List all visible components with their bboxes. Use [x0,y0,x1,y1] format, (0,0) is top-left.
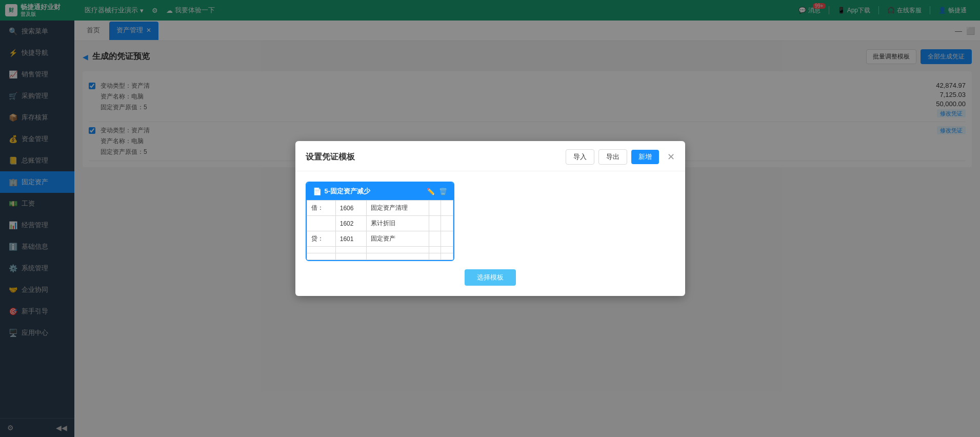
entry-credit-0 [441,201,453,216]
entry-credit-1 [441,216,453,231]
entry-name-2: 固定资产 [366,231,429,247]
entry-credit-2 [441,231,453,247]
entry-code-0: 1606 [335,201,366,216]
dialog-body: 📄 5-固定资产减少 ✏️ 🗑️ 借： 1606 固定资产清理 1602 [295,171,685,296]
entry-name-1: 累计折旧 [366,216,429,231]
new-template-btn[interactable]: 新增 [631,150,659,164]
entry-debit-1 [429,216,441,231]
template-row: 借： 1606 固定资产清理 [307,201,453,216]
template-card: 📄 5-固定资产减少 ✏️ 🗑️ 借： 1606 固定资产清理 1602 [306,182,454,261]
entry-code-2: 1601 [335,231,366,247]
entry-type-1 [307,216,335,231]
entry-debit-0 [429,201,441,216]
template-delete-icon[interactable]: 🗑️ [439,188,447,195]
modal-overlay[interactable]: 设置凭证模板 导入 导出 新增 ✕ 📄 5-固定资产减少 ✏️ 🗑️ [0,0,980,437]
template-edit-icon[interactable]: ✏️ [427,188,435,195]
template-table: 借： 1606 固定资产清理 1602 累计折旧 贷： 1601 固定资产 [307,200,453,260]
dialog-header: 设置凭证模板 导入 导出 新增 ✕ [295,141,685,171]
entry-type-0: 借： [307,201,335,216]
entry-code-1: 1602 [335,216,366,231]
template-doc-icon: 📄 [313,187,322,195]
dialog: 设置凭证模板 导入 导出 新增 ✕ 📄 5-固定资产减少 ✏️ 🗑️ [295,141,685,296]
template-title: 5-固定资产减少 [325,187,371,196]
entry-name-0: 固定资产清理 [366,201,429,216]
import-btn[interactable]: 导入 [566,149,594,165]
template-row: 贷： 1601 固定资产 [307,231,453,247]
template-row: 1602 累计折旧 [307,216,453,231]
template-empty-row [307,247,453,253]
dialog-title: 设置凭证模板 [306,152,355,163]
dialog-close-icon[interactable]: ✕ [667,152,675,162]
entry-debit-2 [429,231,441,247]
template-card-header: 📄 5-固定资产减少 ✏️ 🗑️ [307,183,453,200]
export-btn[interactable]: 导出 [598,149,627,165]
template-empty-row [307,253,453,260]
entry-type-2: 贷： [307,231,335,247]
select-template-btn[interactable]: 选择模板 [465,269,516,286]
